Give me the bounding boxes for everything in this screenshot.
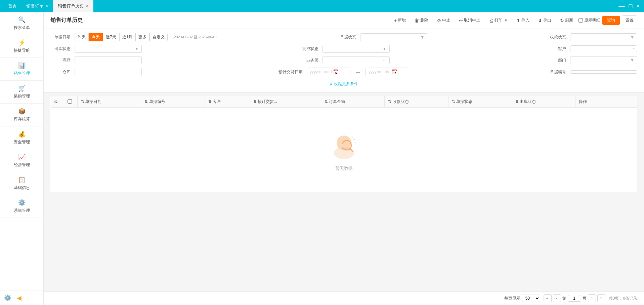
tab-sales-order-close[interactable]: × (46, 4, 48, 8)
tab-sales-order[interactable]: 销售订单 × (22, 0, 53, 12)
sidebar-item-system-label: 系统管理 (14, 208, 30, 214)
completion-status-select[interactable]: ▼ (323, 45, 390, 53)
print-button[interactable]: 🖨 打印 ▼ (485, 16, 511, 25)
sidebar-item-system[interactable]: ⚙️ 系统管理 (0, 195, 43, 218)
salesperson-dots-icon: ··· (383, 58, 386, 63)
table-body: 暂无数据 (51, 108, 637, 192)
empty-state-text: 暂无数据 (335, 165, 353, 171)
settings-label: 设置 (626, 17, 634, 23)
table-footer: 每页显示 50 10 20 100 « ‹ 第 页 › » 共0页，0条记录 (44, 291, 644, 305)
sidebar-collapse-icon[interactable]: ◀ (17, 294, 22, 302)
order-status-label: 单据状态 (336, 34, 356, 40)
tab-sales-order-history[interactable]: 销售订单历史 × (53, 0, 93, 12)
sidebar-item-quick-nav[interactable]: ⚡ 快捷导航 (0, 35, 43, 58)
page-size-label: 每页显示 (504, 296, 520, 301)
export-button[interactable]: ⬇ 导出 (535, 16, 555, 25)
th-customer[interactable]: ⇅ 客户 (205, 96, 250, 108)
first-page-button[interactable]: « (544, 294, 552, 302)
date-label: 单据日期 (50, 34, 71, 40)
page-size-dropdown[interactable]: 50 10 20 100 (522, 295, 540, 302)
outbound-status-select[interactable]: ▼ (75, 45, 142, 53)
th-outbound-status-label: ⇅ 出库状态 (515, 99, 536, 104)
filter-area: 单据日期 昨天 今天 近7天 近1月 更多 自定义 2023-06-02 至 2… (44, 29, 644, 92)
next-page-button[interactable]: › (588, 294, 596, 302)
show-detail-checkbox[interactable] (578, 18, 583, 23)
stop-button[interactable]: ⊘ 中止 (434, 16, 454, 25)
th-number[interactable]: ⇅ 单据编号 (141, 96, 205, 108)
import-label: 导入 (521, 17, 529, 23)
select-all-checkbox[interactable] (68, 99, 72, 104)
salesperson-label: 业务员 (298, 58, 318, 63)
th-amount[interactable]: ⇅ 订单金额 (321, 96, 384, 108)
sidebar-item-purchase-mgmt[interactable]: 🛒 采购管理 (0, 81, 43, 104)
refresh-button[interactable]: ↻ 刷新 (557, 16, 576, 25)
print-icon: 🖨 (489, 18, 493, 23)
sidebar-item-operation[interactable]: 📈 经营管理 (0, 149, 43, 172)
order-number-input[interactable] (570, 70, 637, 74)
page-title: 销售订单历史 (50, 17, 83, 24)
export-icon: ⬇ (538, 18, 542, 23)
sales-mgmt-icon: 📊 (18, 62, 26, 69)
sidebar-item-search-menu[interactable]: 🔍 搜索菜单 (0, 12, 43, 35)
empty-state-row: 暂无数据 (51, 108, 637, 192)
date-tag-more[interactable]: 更多 (135, 33, 149, 41)
th-delivery[interactable]: ⇅ 预计交货... (250, 96, 321, 108)
tab-sales-order-history-close[interactable]: × (86, 4, 88, 8)
warehouse-select[interactable]: ··· (75, 68, 142, 76)
salesperson-select[interactable]: ··· (323, 56, 390, 64)
svg-point-5 (355, 143, 356, 144)
sidebar-item-basic-info[interactable]: 📋 基础信息 (0, 172, 43, 195)
product-select[interactable]: ··· (75, 56, 142, 64)
th-checkbox[interactable] (64, 96, 78, 108)
date-tag-1month[interactable]: 近1月 (119, 33, 136, 41)
query-button[interactable]: 查询 (602, 16, 620, 25)
th-payment-status[interactable]: ⇅ 收款状态 (385, 96, 448, 108)
delivery-date-start[interactable]: yyyy-mm-dd 📅 (307, 68, 350, 76)
delivery-date-end[interactable]: yyyy-mm-dd 📅 (366, 68, 409, 76)
svg-point-7 (338, 138, 343, 143)
sidebar-item-inventory-label: 库存核算 (14, 116, 30, 122)
th-order-status[interactable]: ⇅ 单据状态 (448, 96, 512, 108)
page-number-input[interactable] (568, 295, 581, 302)
sidebar-bottom: ⚙️ ◀ (0, 291, 43, 305)
order-status-select[interactable]: ▼ (360, 33, 427, 41)
order-status-dropdown-icon: ▼ (420, 35, 424, 40)
filter-row-date: 单据日期 昨天 今天 近7天 近1月 更多 自定义 2023-06-02 至 2… (50, 33, 637, 41)
department-select[interactable]: ▼ (570, 56, 637, 64)
tab-home[interactable]: 首页 (3, 0, 22, 12)
th-order-status-label: ⇅ 单据状态 (452, 99, 472, 104)
date-tag-7days[interactable]: 近7天 (103, 33, 119, 41)
print-label: 打印 (495, 17, 503, 23)
prev-page-button[interactable]: ‹ (553, 294, 561, 302)
customer-select[interactable]: ··· (570, 45, 637, 52)
date-tag-custom[interactable]: 自定义 (149, 33, 168, 41)
cancel-stop-button[interactable]: ↩ 取消中止 (456, 16, 483, 25)
sidebar-item-sales-mgmt[interactable]: 📊 销售管理 (0, 58, 43, 81)
date-tag-today[interactable]: 今天 (89, 33, 103, 41)
th-date[interactable]: ⇅ 单据日期 (78, 96, 141, 108)
th-outbound-status[interactable]: ⇅ 出库状态 (512, 96, 575, 108)
settings-button[interactable]: 设置 (622, 15, 637, 25)
add-button[interactable]: + 新增 (391, 16, 409, 25)
main-layout: 🔍 搜索菜单 ⚡ 快捷导航 📊 销售管理 🛒 采购管理 📦 库存核算 💰 资金管… (0, 12, 644, 305)
page-size-select: 每页显示 50 10 20 100 (504, 295, 540, 302)
delete-button[interactable]: 🗑 删除 (411, 16, 432, 25)
sidebar-item-capital[interactable]: 💰 资金管理 (0, 126, 43, 149)
window-close-button[interactable]: × (636, 2, 641, 10)
import-button[interactable]: ⬆ 导入 (513, 16, 533, 25)
sidebar-settings-icon[interactable]: ⚙️ (4, 294, 11, 302)
sidebar-item-inventory[interactable]: 📦 库存核算 (0, 104, 43, 126)
payment-status-select[interactable]: ▼ (570, 33, 637, 41)
th-settings[interactable]: ⚙ (51, 96, 64, 108)
window-min-button[interactable]: — (618, 2, 626, 10)
payment-status-dropdown-icon: ▼ (630, 35, 634, 40)
search-menu-icon: 🔍 (18, 16, 26, 24)
collapse-button[interactable]: ∧ 收起更多条件 (330, 80, 358, 88)
settings-gear-icon: ⚙ (54, 100, 58, 104)
show-detail-checkbox-label[interactable]: 显示明细 (578, 17, 600, 23)
last-page-button[interactable]: » (597, 294, 605, 302)
date-tag-yesterday[interactable]: 昨天 (75, 33, 89, 41)
purchase-mgmt-icon: 🛒 (18, 85, 26, 92)
delivery-date-dash: — (354, 70, 361, 75)
window-max-button[interactable]: □ (628, 2, 633, 10)
